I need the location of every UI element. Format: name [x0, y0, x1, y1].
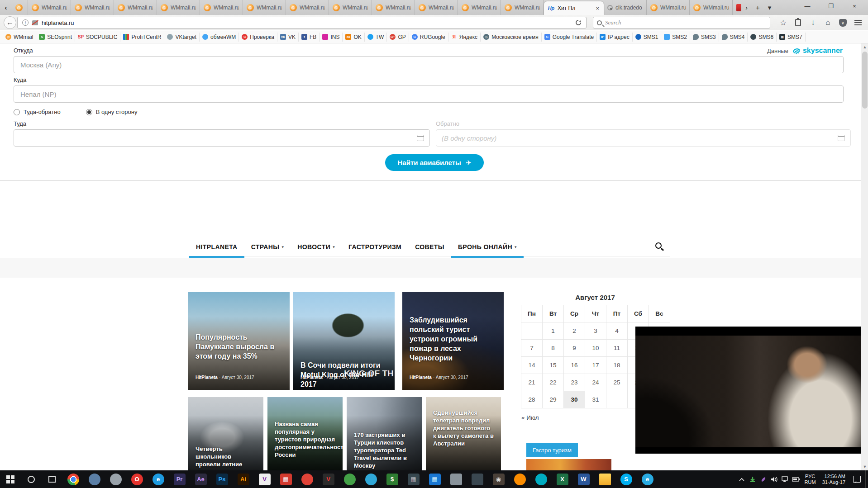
article-card[interactable]: 170 застрявших в Турции клиентов туропер… [347, 397, 422, 470]
bookmark-star-icon[interactable]: ☆ [776, 16, 791, 29]
task-view-button[interactable] [42, 470, 62, 488]
tab-close-icon[interactable]: × [595, 5, 600, 12]
browser-tab[interactable]: @WMmail.ru [329, 0, 372, 15]
volume-icon[interactable] [769, 470, 780, 488]
browser-tab[interactable]: @WMmail.ru [501, 0, 544, 15]
taskbar-app-chrome[interactable] [62, 470, 84, 488]
calendar-day[interactable]: 11 [606, 340, 628, 357]
taskbar-app-photoshop[interactable]: Ps [211, 470, 233, 488]
browser-tab[interactable]: @ail.ru [12, 0, 28, 15]
calendar-prev-month-link[interactable]: « Июл [521, 414, 539, 421]
sidebar-post-thumbnail[interactable] [526, 459, 611, 470]
depart-date-input[interactable] [14, 129, 430, 147]
reading-list-icon[interactable] [791, 16, 806, 29]
calendar-day[interactable]: 29 [543, 391, 564, 408]
minimize-button[interactable]: — [796, 0, 819, 12]
taskbar-app-dark-app[interactable] [467, 470, 488, 488]
nav-item-hitplaneta[interactable]: HITPLANETA [189, 238, 244, 256]
article-card[interactable]: Сдвинувшийся телетрап повредил двигатель… [426, 397, 501, 470]
find-flights-button[interactable]: Найти авиабилеты ✈ [385, 154, 484, 171]
bookmark-twitter[interactable]: TW [365, 33, 387, 42]
bookmark-google-plus[interactable]: G+GP [387, 33, 409, 42]
calendar-day[interactable]: 18 [606, 357, 628, 374]
network-icon[interactable] [780, 470, 791, 488]
taskbar-app-skype[interactable]: S [615, 470, 637, 488]
roundtrip-radio[interactable]: Туда-обратно [14, 109, 61, 115]
feather-tray-icon[interactable] [758, 470, 769, 488]
taskbar-app-after-effects[interactable]: Ae [190, 470, 211, 488]
article-card[interactable]: Названа самая популярная у туристов прир… [267, 397, 343, 470]
video-player[interactable] [635, 327, 861, 454]
tab-scroll-left-button[interactable]: ‹ [0, 0, 12, 15]
taskbar-app-camera-app[interactable]: ◉ [488, 470, 509, 488]
taskbar-app-opera[interactable]: O [126, 470, 148, 488]
tray-expand-icon[interactable] [736, 470, 747, 488]
scroll-down-arrow[interactable]: ▼ [861, 463, 868, 470]
maximize-button[interactable]: ❐ [819, 0, 843, 12]
show-desktop-button[interactable] [865, 470, 868, 488]
bookmark-odnoklassniki[interactable]: okOK [343, 33, 364, 42]
calendar-day[interactable]: 30 [564, 391, 585, 408]
calendar-day[interactable]: 17 [585, 357, 606, 374]
article-card[interactable]: Популярность Памуккале выросла в этом го… [188, 292, 290, 390]
calendar-day[interactable]: 21 [521, 374, 543, 391]
skyscanner-logo[interactable]: skyscanner [792, 46, 843, 55]
calendar-day[interactable]: 15 [543, 357, 564, 374]
new-tab-button[interactable]: + [752, 0, 764, 15]
calendar-day[interactable]: 9 [564, 340, 585, 357]
taskbar-app-orange-circle-app[interactable] [509, 470, 530, 488]
article-card[interactable]: Четверть школьников провели летние каник… [188, 397, 263, 470]
browser-tab[interactable]: clk.tradedo [604, 0, 647, 15]
tab-list-button[interactable]: ▾ [764, 0, 776, 15]
taskbar-app-money-app[interactable]: $ [382, 470, 403, 488]
taskbar-search-button[interactable] [21, 470, 42, 488]
nav-item-страны[interactable]: СТРАНЫ▾ [244, 238, 291, 256]
calendar-day[interactable]: 22 [543, 374, 564, 391]
browser-tab[interactable]: @WMmail.ru [647, 0, 690, 15]
scroll-up-arrow[interactable]: ▲ [861, 43, 868, 51]
taskbar-app-app-blue-circle[interactable] [84, 470, 105, 488]
taskbar-app-edge[interactable]: e [148, 470, 169, 488]
bookmark-sms7[interactable]: ▦SMS7 [777, 33, 806, 42]
browser-tab[interactable] [733, 0, 741, 15]
bookmark-obmen-wm[interactable]: обменWM [200, 33, 239, 42]
bookmark-sms4[interactable]: SMS4 [719, 33, 748, 42]
site-search-icon[interactable] [655, 242, 662, 249]
taskbar-app-word[interactable]: W [573, 470, 594, 488]
bookmark-sms2[interactable]: SMS2 [661, 33, 690, 42]
scroll-thumb[interactable] [862, 52, 868, 109]
taskbar-app-v-player[interactable]: V [254, 470, 275, 488]
bookmark-profitcentr[interactable]: ProfiTCentR [120, 33, 164, 42]
battery-icon[interactable] [791, 470, 801, 488]
bookmark-vktarget[interactable]: VKtarget [164, 33, 200, 42]
calendar-day[interactable]: 24 [585, 374, 606, 391]
back-button[interactable]: ← [4, 16, 16, 29]
download-tray-icon[interactable] [747, 470, 758, 488]
taskbar-app-illustrator[interactable]: Ai [233, 470, 254, 488]
taskbar-app-vivaldi[interactable]: V [318, 470, 339, 488]
taskbar-app-blue-grid-app[interactable]: ▦ [424, 470, 445, 488]
clock[interactable]: 12:56 AM 31-Aug-17 [819, 474, 849, 485]
language-indicator[interactable]: РУС RUM [801, 474, 819, 485]
taskbar-app-excel[interactable]: X [552, 470, 573, 488]
taskbar-app-calculator[interactable]: ▦ [403, 470, 424, 488]
bookmark-seosprint[interactable]: SSEOsprint [36, 33, 75, 42]
browser-tab[interactable]: @WMmail.ru [157, 0, 200, 15]
calendar-day[interactable]: 10 [585, 340, 606, 357]
nav-item-советы[interactable]: СОВЕТЫ [408, 238, 451, 256]
home-icon[interactable]: ⌂ [820, 16, 835, 29]
taskbar-app-file-explorer[interactable] [594, 470, 615, 488]
calendar-day[interactable]: 2 [564, 322, 585, 340]
nav-item-новости[interactable]: НОВОСТИ▾ [291, 238, 342, 256]
page-info-icon[interactable]: i [22, 19, 29, 26]
bookmark-ip-address[interactable]: IPIP адрес [597, 33, 632, 42]
bookmark-proverka[interactable]: CПроверка [239, 33, 277, 42]
to-input[interactable]: Непал (NP) [14, 85, 844, 103]
tab-active[interactable]: HpХит Пл× [544, 1, 604, 15]
bookmark-socpublic[interactable]: SPSOCPUBLIC [75, 33, 120, 42]
bookmark-wmmail[interactable]: @WMmail [3, 33, 36, 42]
taskbar-app-green-circle-app[interactable] [339, 470, 360, 488]
taskbar-app-red-grid-app[interactable]: ▦ [275, 470, 296, 488]
taskbar-app-files-app[interactable] [445, 470, 467, 488]
start-button[interactable] [0, 470, 21, 488]
